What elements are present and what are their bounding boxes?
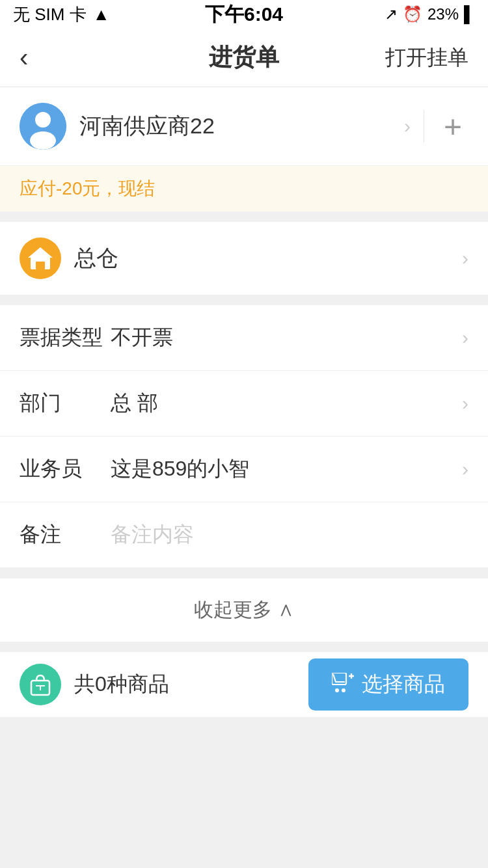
location-icon: ↗ — [385, 5, 398, 23]
supplier-chevron-icon: › — [404, 115, 411, 137]
dept-value: 总 部 — [111, 389, 455, 418]
supplier-card: 河南供应商22 › + 应付-20元，现结 — [0, 87, 488, 211]
back-button[interactable]: ‹ — [20, 43, 28, 72]
carrier-label: 无 SIM 卡 — [13, 3, 87, 26]
salesman-chevron-icon: › — [462, 458, 468, 480]
supplier-divider — [424, 110, 424, 142]
status-right: ↗ ⏰ 23% ▌ — [385, 5, 475, 23]
house-icon — [28, 246, 53, 271]
supplier-row[interactable]: 河南供应商22 › + — [0, 87, 488, 166]
svg-point-2 — [30, 131, 56, 150]
svg-point-11 — [335, 688, 339, 692]
invoice-value: 不开票 — [111, 323, 455, 352]
salesman-row[interactable]: 业务员 这是859的小智 › — [0, 437, 488, 502]
salesman-label: 业务员 — [20, 455, 111, 483]
cart-plus-icon — [332, 673, 355, 692]
remaining-area — [0, 717, 488, 868]
remark-label: 备注 — [20, 521, 111, 549]
avatar-icon — [20, 103, 66, 150]
supplier-avatar — [20, 103, 66, 150]
dept-label: 部门 — [20, 389, 111, 418]
select-goods-icon — [332, 671, 355, 698]
form-section: 票据类型 不开票 › 部门 总 部 › 业务员 这是859的小智 › 备注 备注… — [0, 305, 488, 567]
status-left: 无 SIM 卡 ▲ — [13, 3, 109, 26]
svg-rect-5 — [36, 262, 45, 269]
status-bar: 无 SIM 卡 ▲ 下午6:04 ↗ ⏰ 23% ▌ — [0, 0, 488, 29]
invoice-label: 票据类型 — [20, 323, 111, 352]
svg-marker-4 — [28, 247, 53, 258]
supplier-name: 河南供应商22 — [79, 111, 398, 141]
shopping-bag-icon — [29, 673, 52, 696]
warehouse-name: 总仓 — [74, 243, 455, 273]
alarm-icon: ⏰ — [403, 5, 422, 23]
warehouse-icon — [20, 237, 61, 279]
open-pending-button[interactable]: 打开挂单 — [385, 44, 468, 72]
invoice-row[interactable]: 票据类型 不开票 › — [0, 305, 488, 371]
battery-label: 23% — [427, 5, 459, 23]
salesman-value: 这是859的小智 — [111, 455, 455, 483]
status-time: 下午6:04 — [205, 1, 283, 28]
goods-count: 共0种商品 — [74, 670, 308, 699]
notice-bar: 应付-20元，现结 — [0, 166, 488, 211]
nav-bar: ‹ 进货单 打开挂单 — [0, 29, 488, 87]
warehouse-chevron-icon: › — [462, 247, 468, 269]
select-goods-button[interactable]: 选择商品 — [308, 658, 468, 711]
wifi-icon: ▲ — [93, 5, 110, 25]
supplier-add-button[interactable]: + — [437, 109, 468, 144]
select-goods-label: 选择商品 — [362, 670, 445, 699]
remark-row[interactable]: 备注 备注内容 — [0, 502, 488, 567]
goods-icon — [20, 664, 61, 705]
content: 河南供应商22 › + 应付-20元，现结 总仓 › 票据类型 不开票 › — [0, 87, 488, 868]
dept-chevron-icon: › — [462, 392, 468, 414]
svg-point-1 — [35, 112, 51, 128]
notice-text: 应付-20元，现结 — [20, 178, 155, 198]
nav-title: 进货单 — [209, 42, 279, 74]
collapse-label: 收起更多 ∧ — [194, 599, 293, 620]
remark-input[interactable]: 备注内容 — [111, 521, 468, 549]
warehouse-card[interactable]: 总仓 › — [0, 222, 488, 295]
bottom-bar: 共0种商品 选择商品 — [0, 652, 488, 717]
collapse-button[interactable]: 收起更多 ∧ — [0, 578, 488, 642]
battery-icon: ▌ — [464, 5, 475, 23]
dept-row[interactable]: 部门 总 部 › — [0, 371, 488, 437]
invoice-chevron-icon: › — [462, 327, 468, 349]
svg-point-12 — [342, 688, 346, 692]
